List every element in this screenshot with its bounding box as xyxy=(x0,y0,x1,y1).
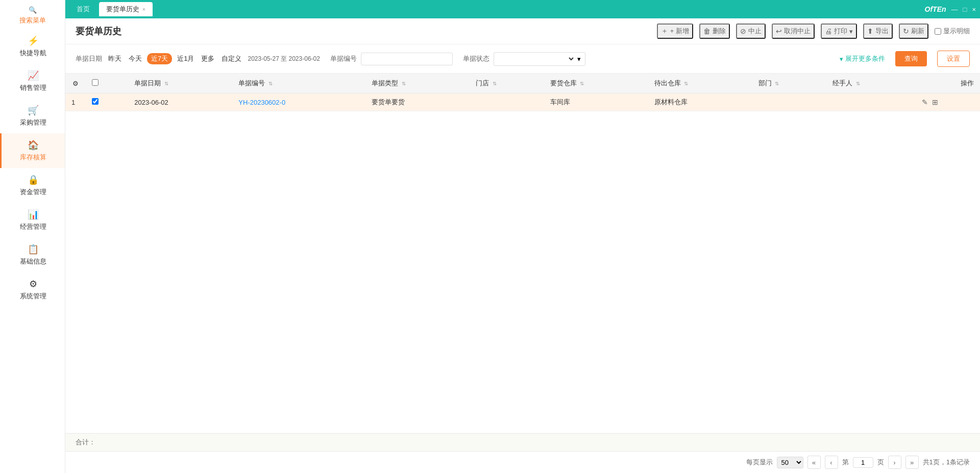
window-close-btn[interactable]: × xyxy=(972,6,976,13)
table-handler-header[interactable]: 经手人 ⇅ xyxy=(826,74,916,93)
sidebar-item-label: 资金管理 xyxy=(20,187,46,197)
expand-conditions-btn[interactable]: ▾ 展开更多条件 xyxy=(840,54,885,63)
table-checkbox-header[interactable] xyxy=(86,74,128,93)
sales-icon: 📈 xyxy=(28,70,39,81)
inventory-icon: 🏠 xyxy=(28,139,39,151)
page-number-input[interactable] xyxy=(853,457,873,468)
print-chevron-icon: ▾ xyxy=(849,28,853,35)
sidebar-item-inventory[interactable]: 🏠 库存核算 xyxy=(0,133,65,168)
page-title: 要货单历史 xyxy=(76,25,121,37)
table-pending-warehouse-header-label: 待出仓库 xyxy=(654,79,681,87)
window-maximize-btn[interactable]: □ xyxy=(963,6,967,13)
table-req-warehouse-header[interactable]: 要货仓库 ⇅ xyxy=(544,74,648,93)
page-size-label: 每页显示 xyxy=(746,458,773,467)
sidebar-item-finance[interactable]: 🔒 资金管理 xyxy=(0,168,65,203)
export-btn[interactable]: ⬆ 导出 xyxy=(863,23,893,39)
tab-order-history[interactable]: 要货单历史 × xyxy=(99,2,153,16)
operations-icon: 📊 xyxy=(28,209,39,220)
export-icon: ⬆ xyxy=(867,27,873,35)
date-btn-custom[interactable]: 自定义 xyxy=(219,54,243,64)
finance-icon: 🔒 xyxy=(28,174,39,185)
row-checkbox[interactable] xyxy=(86,93,128,111)
first-page-btn[interactable]: « xyxy=(807,456,821,469)
brand-label: OfTEn xyxy=(925,5,946,13)
refresh-icon: ↻ xyxy=(903,27,909,35)
last-page-btn[interactable]: » xyxy=(905,456,919,469)
display-detail-checkbox[interactable] xyxy=(935,28,941,35)
page-suffix-label: 页 xyxy=(877,458,884,467)
stop-btn-label: 中止 xyxy=(748,27,762,36)
sidebar-item-purchase[interactable]: 🛒 采购管理 xyxy=(0,99,65,133)
table-footer: 合计： xyxy=(65,433,980,451)
delete-btn[interactable]: 🗑 删除 xyxy=(699,23,730,39)
date-btn-more[interactable]: 更多 xyxy=(199,54,216,64)
type-sort-icon: ⇅ xyxy=(402,81,406,86)
sidebar-item-operations[interactable]: 📊 经营管理 xyxy=(0,203,65,238)
refresh-btn[interactable]: ↻ 刷新 xyxy=(899,23,928,39)
new-icon: ＋ xyxy=(661,27,668,36)
table-number-header[interactable]: 单据编号 ⇅ xyxy=(232,74,365,93)
cancel-stop-icon: ↩ xyxy=(776,27,782,35)
date-btn-yesterday[interactable]: 昨天 xyxy=(106,54,124,64)
sidebar-item-label: 库存核算 xyxy=(20,153,46,162)
query-btn[interactable]: 查询 xyxy=(895,51,927,66)
sidebar-item-system[interactable]: ⚙ 系统管理 xyxy=(0,272,65,307)
tab-home[interactable]: 首页 xyxy=(69,2,97,16)
toolbar: ＋ + 新增 🗑 删除 ⊘ 中止 ↩ 取消中止 🖨 打印 xyxy=(657,23,970,39)
sidebar-item-sales[interactable]: 📈 销售管理 xyxy=(0,64,65,99)
select-all-checkbox[interactable] xyxy=(92,79,99,86)
export-btn-label: 导出 xyxy=(875,27,889,36)
table-settings-icon[interactable]: ⚙ xyxy=(72,80,79,87)
date-btn-7days[interactable]: 近7天 xyxy=(147,53,172,64)
print-icon: 🖨 xyxy=(825,27,832,35)
order-number-label: 单据编号 xyxy=(330,54,357,63)
settings-btn[interactable]: 设置 xyxy=(937,51,970,67)
table-pending-warehouse-header[interactable]: 待出仓库 ⇅ xyxy=(648,74,752,93)
tab-order-history-label: 要货单历史 xyxy=(106,5,139,14)
filter-bar: 单据日期 昨天 今天 近7天 近1月 更多 自定义 2023-05-27 至 2… xyxy=(65,44,980,74)
date-sort-icon: ⇅ xyxy=(164,81,168,86)
print-btn-label: 打印 xyxy=(834,27,847,36)
date-btn-1month[interactable]: 近1月 xyxy=(175,54,196,64)
status-chevron-icon: ▾ xyxy=(577,55,581,63)
table-department-header[interactable]: 部门 ⇅ xyxy=(752,74,826,93)
window-minimize-btn[interactable]: — xyxy=(951,6,958,13)
sidebar-item-shortcut[interactable]: ⚡ 快捷导航 xyxy=(0,29,65,64)
display-detail-toggle[interactable]: 显示明细 xyxy=(935,27,970,36)
table-date-header[interactable]: 单据日期 ⇅ xyxy=(128,74,232,93)
date-btn-today[interactable]: 今天 xyxy=(127,54,144,64)
table-settings-header[interactable]: ⚙ xyxy=(65,74,86,93)
delete-icon: 🗑 xyxy=(703,27,710,35)
row-delete-icon[interactable]: ⊞ xyxy=(932,98,938,106)
print-btn[interactable]: 🖨 打印 ▾ xyxy=(821,23,857,39)
next-page-btn[interactable]: › xyxy=(888,456,901,469)
status-select[interactable] xyxy=(498,55,575,63)
sidebar-item-basic[interactable]: 📋 基础信息 xyxy=(0,238,65,272)
department-sort-icon: ⇅ xyxy=(775,81,779,86)
table-store-header[interactable]: 门店 ⇅ xyxy=(470,74,544,93)
tab-home-label: 首页 xyxy=(77,5,90,14)
sidebar-search[interactable]: 🔍 搜索菜单 xyxy=(0,0,65,29)
table-row: 1 2023-06-02 YH-20230602-0 要货单要货 车间库 原材料… xyxy=(65,93,980,111)
order-number-filter-group: 单据编号 xyxy=(330,53,453,65)
cancel-stop-btn[interactable]: ↩ 取消中止 xyxy=(772,23,815,39)
expand-chevron-icon: ▾ xyxy=(840,55,843,63)
table-action-header-label: 操作 xyxy=(961,79,974,87)
new-btn[interactable]: ＋ + 新增 xyxy=(657,23,693,39)
table-type-header[interactable]: 单据类型 ⇅ xyxy=(365,74,470,93)
prev-page-btn[interactable]: ‹ xyxy=(825,456,838,469)
row-number-link[interactable]: YH-20230602-0 xyxy=(238,99,285,106)
purchase-icon: 🛒 xyxy=(28,105,39,116)
display-detail-label: 显示明细 xyxy=(943,27,970,36)
stop-btn[interactable]: ⊘ 中止 xyxy=(736,23,766,39)
date-filter-label: 单据日期 xyxy=(76,54,102,63)
order-number-input[interactable] xyxy=(361,53,453,65)
date-range-display: 2023-05-27 至 2023-06-02 xyxy=(248,55,320,63)
status-filter-group: 单据状态 ▾ xyxy=(463,52,585,66)
expand-btn-label: 展开更多条件 xyxy=(845,54,885,63)
tab-close-icon[interactable]: × xyxy=(142,7,145,12)
row-edit-icon[interactable]: ✎ xyxy=(922,98,928,106)
table-container: ⚙ 单据日期 ⇅ 单据编号 ⇅ xyxy=(65,74,980,433)
page-size-select[interactable]: 50 10 20 100 xyxy=(777,457,803,468)
table-date-header-label: 单据日期 xyxy=(134,79,161,87)
